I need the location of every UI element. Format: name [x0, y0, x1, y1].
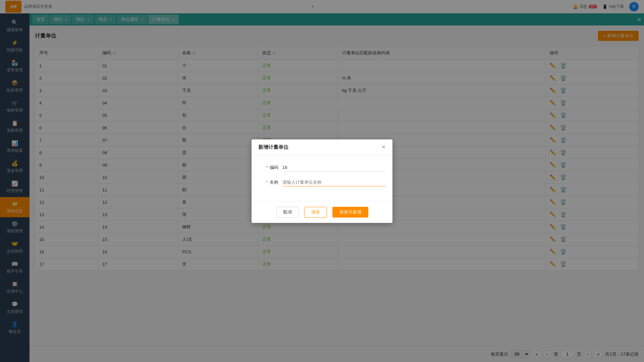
modal-body: * 编码 * 名称: [252, 156, 392, 201]
required-mark: *: [266, 165, 268, 170]
modal-title: 新增计量单位: [258, 144, 288, 150]
modal-footer: 取消 保存 保存并新增: [252, 201, 392, 223]
required-mark-name: *: [266, 180, 268, 185]
add-unit-modal: 新增计量单位 ✕ * 编码 * 名称 取消 保存 保存并新增: [252, 139, 392, 223]
code-label: * 编码: [258, 165, 278, 171]
form-row-name: * 名称: [258, 178, 386, 186]
cancel-button[interactable]: 取消: [276, 207, 299, 218]
form-row-code: * 编码: [258, 164, 386, 172]
save-button[interactable]: 保存: [304, 207, 327, 218]
modal-overlay: 新增计量单位 ✕ * 编码 * 名称 取消 保存 保存并新增: [0, 0, 644, 362]
name-label: * 名称: [258, 179, 278, 185]
name-input[interactable]: [282, 178, 386, 186]
code-input[interactable]: [282, 164, 386, 172]
modal-header: 新增计量单位 ✕: [252, 139, 392, 156]
modal-close-button[interactable]: ✕: [381, 144, 386, 150]
save-and-new-button[interactable]: 保存并新增: [332, 207, 368, 218]
